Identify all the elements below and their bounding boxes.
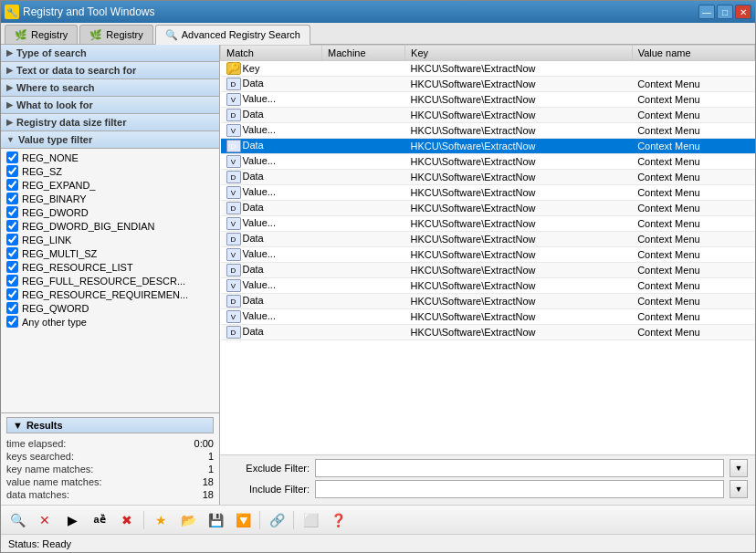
cell-key: HKCU\Software\ExtractNow [405, 201, 633, 216]
table-row[interactable]: 🔑KeyHKCU\Software\ExtractNow [221, 61, 755, 77]
checkbox-reg-binary[interactable] [6, 193, 18, 204]
col-machine[interactable]: Machine [321, 46, 404, 61]
checkbox-reg-resource-list[interactable] [6, 261, 18, 273]
data-icon: D [226, 78, 241, 90]
results-header: ▼ Results [6, 417, 214, 433]
table-row[interactable]: DDataHKCU\Software\ExtractNowContext Men… [221, 139, 755, 154]
col-value-name[interactable]: Value name [632, 46, 754, 61]
cell-key: HKCU\Software\ExtractNow [405, 123, 633, 139]
cell-key: HKCU\Software\ExtractNow [405, 61, 633, 77]
result-row-time-elapsed: time elapsed: 0:00 [6, 437, 214, 450]
cell-match-label: Value... [243, 217, 277, 228]
switch-button[interactable]: ⬜ [298, 508, 323, 532]
section-what-to-look-for[interactable]: ▶ What to look for [1, 97, 219, 114]
cell-machine [321, 278, 404, 294]
table-row[interactable]: DDataHKCU\Software\ExtractNowContext Men… [221, 232, 755, 247]
table-row[interactable]: DDataHKCU\Software\ExtractNowContext Men… [221, 263, 755, 278]
toolbar: 🔍 ✕ ▶ aȅ ✖ ★ 📂 💾 🔽 🔗 ⬜ ❓ [1, 505, 755, 534]
filter-button[interactable]: 🔽 [230, 508, 256, 532]
section-value-type-filter[interactable]: ▼ Value type filter [1, 131, 219, 149]
checkbox-reg-expand[interactable] [6, 179, 18, 191]
open-button[interactable]: 📂 [175, 508, 201, 532]
arrow-type-of-search: ▶ [6, 48, 13, 57]
data-icon: V [226, 248, 241, 261]
table-row[interactable]: DDataHKCU\Software\ExtractNowContext Men… [221, 325, 755, 340]
checkbox-reg-sz[interactable] [6, 165, 18, 177]
table-row[interactable]: DDataHKCU\Software\ExtractNowContext Men… [221, 201, 755, 216]
exclude-filter-row: Exclude Filter: ▼ [227, 459, 748, 477]
table-row[interactable]: DDataHKCU\Software\ExtractNowContext Men… [221, 170, 755, 185]
cell-key: HKCU\Software\ExtractNow [405, 263, 633, 278]
delete-button[interactable]: ✖ [114, 508, 140, 532]
forward-button[interactable]: ▶ [59, 508, 85, 532]
label-reg-link: REG_LINK [22, 235, 71, 245]
table-row[interactable]: VValue...HKCU\Software\ExtractNowContext… [221, 247, 755, 263]
stop-button[interactable]: ✕ [32, 508, 58, 532]
cell-value-name: Context Menu [632, 123, 754, 139]
maximize-button[interactable]: □ [717, 5, 733, 19]
save-button[interactable]: 💾 [203, 508, 228, 532]
checkbox-reg-dword[interactable] [6, 206, 18, 218]
section-type-of-search[interactable]: ▶ Type of search [1, 45, 219, 62]
table-row[interactable]: VValue...HKCU\Software\ExtractNowContext… [221, 216, 755, 232]
minimize-button[interactable]: — [698, 5, 715, 19]
table-row[interactable]: DDataHKCU\Software\ExtractNowContext Men… [221, 108, 755, 123]
exclude-filter-input[interactable] [315, 459, 724, 477]
filter-item-reg-binary: REG_BINARY [5, 192, 215, 205]
checkbox-reg-qword[interactable] [6, 302, 18, 314]
checkbox-reg-multi-sz[interactable] [6, 247, 18, 259]
status-text: Status: Ready [8, 538, 71, 549]
checkbox-reg-full-resource[interactable] [6, 275, 18, 287]
favorites-button[interactable]: ★ [148, 508, 173, 532]
cell-match: DData [221, 201, 322, 216]
toolbar-separator-1 [143, 511, 144, 529]
tab-advanced[interactable]: 🔍 Advanced Registry Search [155, 25, 310, 45]
checkbox-reg-dword-big[interactable] [6, 220, 18, 232]
col-key[interactable]: Key [405, 46, 633, 61]
cell-value-name: Context Menu [632, 185, 754, 201]
cell-key: HKCU\Software\ExtractNow [405, 92, 633, 108]
cell-key: HKCU\Software\ExtractNow [405, 247, 633, 263]
table-row[interactable]: VValue...HKCU\Software\ExtractNowContext… [221, 185, 755, 201]
table-row[interactable]: VValue...HKCU\Software\ExtractNowContext… [221, 154, 755, 170]
table-row[interactable]: VValue...HKCU\Software\ExtractNowContext… [221, 123, 755, 139]
include-filter-input[interactable] [315, 480, 724, 498]
exclude-filter-label: Exclude Filter: [227, 463, 310, 474]
search-button[interactable]: 🔍 [5, 508, 30, 532]
checkbox-reg-link[interactable] [6, 234, 18, 245]
label-reg-none: REG_NONE [22, 152, 79, 163]
include-filter-dropdown[interactable]: ▼ [730, 480, 748, 498]
data-icon: D [226, 264, 241, 276]
table-row[interactable]: VValue...HKCU\Software\ExtractNowContext… [221, 92, 755, 108]
data-icon: V [226, 310, 241, 323]
checkbox-reg-none[interactable] [6, 151, 18, 163]
section-value-type-filter-label: Value type filter [18, 134, 92, 145]
tab-registry2[interactable]: 🌿 Registry [79, 25, 152, 44]
checkbox-reg-resource-req[interactable] [6, 288, 18, 300]
section-text-or-data[interactable]: ▶ Text or data to search for [1, 62, 219, 79]
results-table-container[interactable]: Match Machine Key Value name 🔑KeyHKCU\So… [220, 45, 755, 454]
checkbox-any-other[interactable] [6, 316, 18, 328]
filter-bars: Exclude Filter: ▼ Include Filter: ▼ [220, 454, 755, 505]
main-content: ▶ Type of search ▶ Text or data to searc… [1, 45, 755, 505]
table-row[interactable]: DDataHKCU\Software\ExtractNowContext Men… [221, 294, 755, 309]
connect-button[interactable]: 🔗 [264, 508, 289, 532]
section-where-to-search[interactable]: ▶ Where to search [1, 79, 219, 97]
cell-value-name: Context Menu [632, 278, 754, 294]
table-row[interactable]: VValue...HKCU\Software\ExtractNowContext… [221, 278, 755, 294]
help-button[interactable]: ❓ [325, 508, 351, 532]
cell-match: DData [221, 294, 322, 309]
table-row[interactable]: VValue...HKCU\Software\ExtractNowContext… [221, 309, 755, 325]
cell-match-label: Data [243, 326, 264, 337]
cell-match-label: Value... [243, 310, 277, 321]
section-data-size-filter[interactable]: ▶ Registry data size filter [1, 114, 219, 131]
table-row[interactable]: DDataHKCU\Software\ExtractNowContext Men… [221, 77, 755, 92]
data-icon: D [226, 326, 241, 339]
abc-button[interactable]: aȅ [87, 508, 112, 532]
section-text-or-data-label: Text or data to search for [16, 65, 136, 76]
tab-registry1[interactable]: 🌿 Registry [5, 25, 78, 44]
exclude-filter-dropdown[interactable]: ▼ [730, 459, 748, 477]
close-button[interactable]: ✕ [735, 5, 751, 19]
col-match[interactable]: Match [221, 46, 322, 61]
cell-value-name: Context Menu [632, 139, 754, 154]
